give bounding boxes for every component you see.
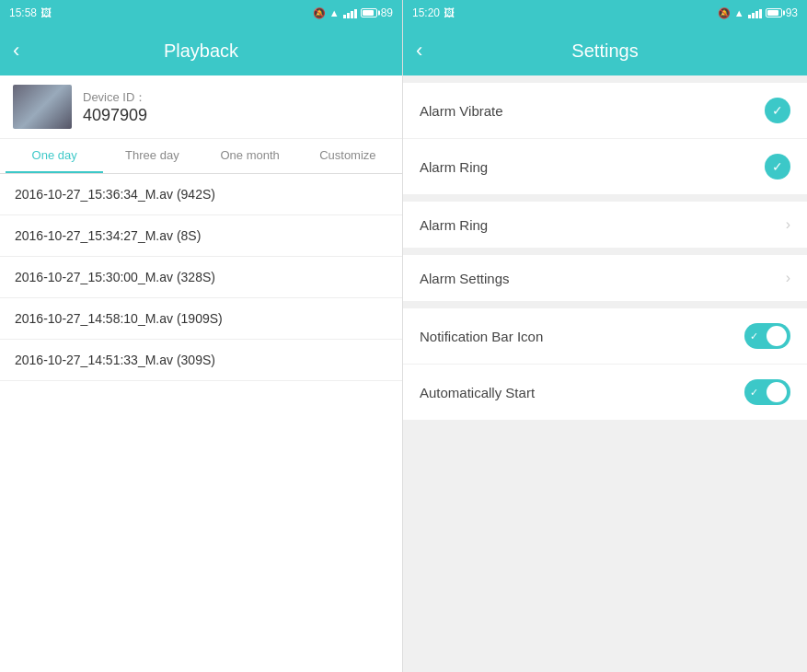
alarm-vibrate-checkmark[interactable]: ✓ xyxy=(765,98,790,123)
alarm-settings-label: Alarm Settings xyxy=(420,271,510,286)
alarm-ring-chevron-label: Alarm Ring xyxy=(420,217,488,233)
auto-start-label: Automatically Start xyxy=(420,385,535,400)
left-status-left: 15:58 🖼 xyxy=(9,6,52,19)
settings-list: Alarm Vibrate ✓ Alarm Ring ✓ Alarm Ring … xyxy=(403,75,807,672)
notification-bar-toggle[interactable]: ✓ xyxy=(744,323,790,349)
playback-tabs: One day Three day One month Customize xyxy=(0,139,402,174)
right-header-title: Settings xyxy=(571,41,638,62)
left-status-right: 🔕 ▲ 89 xyxy=(313,6,393,19)
signal-icon xyxy=(343,7,357,18)
alarm-ring-check-label: Alarm Ring xyxy=(420,159,488,175)
settings-group-4: Notification Bar Icon ✓ Automatically St… xyxy=(403,308,807,420)
settings-group-1: Alarm Vibrate ✓ Alarm Ring ✓ xyxy=(403,83,807,194)
right-status-right: 🔕 ▲ 93 xyxy=(718,6,798,19)
left-battery-level: 89 xyxy=(381,6,393,19)
file-list: 2016-10-27_15:36:34_M.av (942S) 2016-10-… xyxy=(0,174,402,672)
file-item[interactable]: 2016-10-27_14:51:33_M.av (309S) xyxy=(0,340,402,381)
screenshot-icon: 🖼 xyxy=(40,6,52,19)
file-item[interactable]: 2016-10-27_15:34:27_M.av (8S) xyxy=(0,215,402,257)
tab-one-day[interactable]: One day xyxy=(6,139,103,173)
auto-start-toggle[interactable]: ✓ xyxy=(744,379,790,405)
device-info: Device ID： 4097909 xyxy=(0,75,402,139)
alarm-ring-chevron-item[interactable]: Alarm Ring › xyxy=(403,202,807,248)
alarm-ring-check-item[interactable]: Alarm Ring ✓ xyxy=(403,139,807,194)
wifi-icon-right: ▲ xyxy=(734,7,744,18)
right-status-bar: 15:20 🖼 🔕 ▲ 93 xyxy=(403,0,807,26)
toggle-check-icon: ✓ xyxy=(750,330,758,342)
alarm-vibrate-item[interactable]: Alarm Vibrate ✓ xyxy=(403,83,807,139)
right-time: 15:20 xyxy=(412,6,440,19)
settings-group-2: Alarm Ring › xyxy=(403,202,807,248)
file-item[interactable]: 2016-10-27_15:30:00_M.av (328S) xyxy=(0,257,402,298)
thumbnail-image xyxy=(13,85,72,129)
device-thumbnail xyxy=(13,85,72,129)
battery-icon xyxy=(361,8,377,17)
screenshot-icon-right: 🖼 xyxy=(444,6,455,19)
mute-icon: 🔕 xyxy=(313,7,326,19)
device-text: Device ID： 4097909 xyxy=(83,89,147,125)
left-header: ‹ Playback xyxy=(0,26,402,75)
right-header: ‹ Settings xyxy=(403,26,807,75)
alarm-settings-item[interactable]: Alarm Settings › xyxy=(403,255,807,301)
mute-icon-right: 🔕 xyxy=(718,7,731,19)
right-status-left: 15:20 🖼 xyxy=(412,6,455,19)
alarm-vibrate-label: Alarm Vibrate xyxy=(420,103,503,119)
battery-icon-right xyxy=(766,8,782,17)
alarm-ring-checkmark[interactable]: ✓ xyxy=(765,154,790,180)
file-item[interactable]: 2016-10-27_15:36:34_M.av (942S) xyxy=(0,174,402,215)
file-item[interactable]: 2016-10-27_14:58:10_M.av (1909S) xyxy=(0,298,402,340)
battery-fill-right xyxy=(767,10,779,16)
toggle-check-icon-2: ✓ xyxy=(750,387,758,399)
left-header-title: Playback xyxy=(164,41,238,62)
auto-start-item[interactable]: Automatically Start ✓ xyxy=(403,365,807,420)
tab-customize[interactable]: Customize xyxy=(299,139,397,173)
left-back-button[interactable]: ‹ xyxy=(13,39,19,63)
alarm-settings-chevron-icon: › xyxy=(786,270,790,286)
device-label: Device ID： xyxy=(83,89,147,106)
tab-one-month[interactable]: One month xyxy=(202,139,299,173)
notification-bar-item[interactable]: Notification Bar Icon ✓ xyxy=(403,308,807,365)
wifi-icon: ▲ xyxy=(329,7,340,18)
alarm-ring-chevron-icon: › xyxy=(786,216,790,233)
signal-icon-right xyxy=(748,7,762,18)
notification-bar-label: Notification Bar Icon xyxy=(420,329,543,344)
left-time: 15:58 xyxy=(9,6,37,19)
tab-three-day[interactable]: Three day xyxy=(103,139,201,173)
right-back-button[interactable]: ‹ xyxy=(416,39,422,63)
right-battery-level: 93 xyxy=(786,6,798,19)
battery-fill xyxy=(363,10,374,16)
left-panel: 15:58 🖼 🔕 ▲ 89 ‹ Playback Devi xyxy=(0,0,403,672)
device-id: 4097909 xyxy=(83,106,147,125)
left-status-bar: 15:58 🖼 🔕 ▲ 89 xyxy=(0,0,402,26)
settings-group-3: Alarm Settings › xyxy=(403,255,807,301)
right-panel: 15:20 🖼 🔕 ▲ 93 ‹ Settings Alarm xyxy=(403,0,807,672)
